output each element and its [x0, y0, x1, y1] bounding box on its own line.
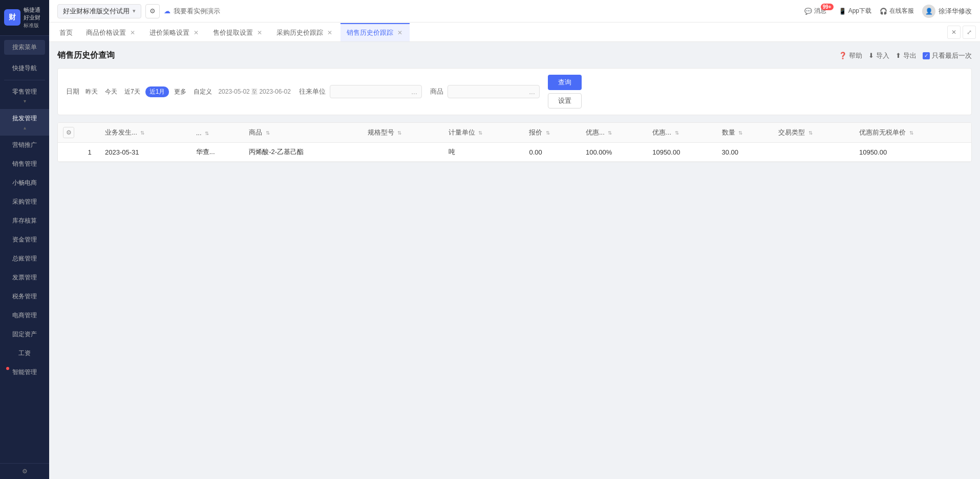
import-link[interactable]: ⬇ 导入 [868, 51, 889, 60]
tab-purchase-strategy[interactable]: 进价策略设置 ✕ [143, 23, 206, 41]
sidebar-item-retail[interactable]: 零售管理 ▾ [0, 82, 49, 109]
sidebar-item-label: 批发管理 [12, 114, 37, 123]
download-icon: 📱 [839, 8, 846, 15]
th-pretax-price[interactable]: 优惠前无税单价 ⇅ [854, 123, 971, 143]
th-product-label: 商品 [249, 128, 262, 136]
demo-button[interactable]: ☁ 我要看实例演示 [164, 7, 220, 16]
only-last-checkbox[interactable]: ✓ 只看最后一次 [923, 51, 972, 60]
export-icon: ⬆ [896, 52, 901, 59]
tab-purchase-history[interactable]: 采购历史价跟踪 ✕ [270, 23, 339, 41]
sidebar-item-inventory[interactable]: 库存核算 [0, 211, 49, 230]
sidebar-item-marketing[interactable]: 营销推广 [0, 136, 49, 155]
close-tab-button[interactable]: ✕ [947, 26, 961, 39]
version-tab-selector[interactable]: 好业财标准版交付试用 ▾ [57, 4, 141, 18]
sidebar-item-sales[interactable]: 销售管理 [0, 155, 49, 173]
maximize-tab-button[interactable]: ⤢ [963, 26, 976, 39]
source-unit-input[interactable]: ... [330, 85, 422, 98]
shortcut-custom[interactable]: 自定义 [191, 86, 214, 97]
help-link[interactable]: ❓ 帮助 [839, 51, 862, 60]
tab-label: 商品价格设置 [86, 28, 126, 37]
th-pretax-price-label: 优惠前无税单价 [859, 128, 906, 136]
sidebar-item-finance[interactable]: 资金管理 [0, 230, 49, 249]
sidebar-item-account[interactable]: 总账管理 [0, 249, 49, 268]
row-product-cell: 丙烯酸-2-乙基己酯 [244, 143, 362, 162]
app-download-button[interactable]: 📱 App下载 [839, 7, 871, 15]
row-num-cell: 1 [79, 143, 100, 162]
close-icon[interactable]: ✕ [396, 30, 403, 36]
sidebar-item-smart[interactable]: 智能管理 [0, 363, 49, 382]
sidebar-item-tax[interactable]: 税务管理 [0, 287, 49, 306]
th-product[interactable]: 商品 ⇅ [244, 123, 362, 143]
column-settings-icon[interactable]: ⚙ [63, 127, 74, 138]
sort-icon: ⇅ [266, 130, 270, 136]
sidebar-item-label: 快捷导航 [12, 64, 37, 73]
tab-sale-history[interactable]: 销售历史价跟踪 ✕ [340, 23, 410, 41]
sidebar-settings-button[interactable]: ⚙ [0, 463, 49, 479]
topbar-left: 好业财标准版交付试用 ▾ ⚙ ☁ 我要看实例演示 [57, 4, 798, 18]
tab-product-price[interactable]: 商品价格设置 ✕ [80, 23, 142, 41]
page-header: 销售历史价查询 ❓ 帮助 ⬇ 导入 ⬆ 导出 ✓ 只看最后一次 [57, 50, 972, 61]
page-content: 销售历史价查询 ❓ 帮助 ⬇ 导入 ⬆ 导出 ✓ 只看最后一次 [49, 42, 980, 479]
th-date[interactable]: 业务发生... ⇅ [100, 123, 191, 143]
tab-label: 售价提取设置 [213, 28, 253, 37]
sidebar-item-label: 小畅电商 [12, 179, 37, 187]
sidebar-item-label: 总账管理 [12, 254, 37, 263]
th-unit[interactable]: 计量单位 ⇅ [443, 123, 524, 143]
sidebar-item-quick-nav[interactable]: 快捷导航 [0, 59, 49, 78]
shortcut-today[interactable]: 今天 [103, 86, 119, 97]
table-row[interactable]: 1 2023-05-31 华查... 丙烯酸-2-乙基己酯 吨 0.00 100… [58, 143, 971, 162]
th-price-label: 报价 [529, 128, 542, 136]
th-spec[interactable]: 规格型号 ⇅ [363, 123, 443, 143]
shortcut-7days[interactable]: 近7天 [122, 86, 142, 97]
th-discount2[interactable]: 优惠... ⇅ [647, 123, 716, 143]
settings-button[interactable]: 设置 [548, 93, 582, 108]
sidebar-item-label: 发票管理 [12, 273, 37, 282]
sidebar-item-label: 资金管理 [12, 235, 37, 244]
tab-sale-extract[interactable]: 售价提取设置 ✕ [207, 23, 269, 41]
sidebar-item-ecommerce-small[interactable]: 小畅电商 [0, 173, 49, 192]
sidebar-item-wholesale[interactable]: 批发管理 ▴ [0, 109, 49, 136]
source-unit-filter-group: 往来单位 ... [299, 85, 422, 98]
unit-value: 吨 [449, 148, 455, 156]
query-button[interactable]: 查询 [548, 75, 582, 90]
online-service-button[interactable]: 🎧 在线客服 [880, 7, 914, 15]
sidebar-item-label: 库存核算 [12, 216, 37, 225]
sidebar-item-label: 税务管理 [12, 292, 37, 301]
search-menu-button[interactable]: 搜索菜单 [4, 40, 45, 55]
th-qty[interactable]: 数量 ⇅ [717, 123, 774, 143]
shortcut-1month[interactable]: 近1月 [145, 86, 169, 97]
sidebar-item-payroll[interactable]: 工资 [0, 344, 49, 363]
sidebar-item-fixed-assets[interactable]: 固定资产 [0, 325, 49, 344]
th-discount1[interactable]: 优惠... ⇅ [581, 123, 647, 143]
sidebar-item-label: 销售管理 [12, 160, 37, 168]
shortcut-yesterday[interactable]: 昨天 [83, 86, 100, 97]
import-label: 导入 [876, 51, 889, 60]
close-icon[interactable]: ✕ [129, 30, 136, 36]
shortcut-more[interactable]: 更多 [172, 86, 188, 97]
close-icon[interactable]: ✕ [326, 30, 333, 36]
messages-button[interactable]: 💬 消息 99+ [804, 7, 830, 15]
sidebar-search-section: 搜索菜单 [0, 36, 49, 59]
th-settings[interactable]: ⚙ [58, 123, 79, 143]
sidebar-item-ecommerce[interactable]: 电商管理 [0, 306, 49, 325]
table-header: ⚙ 业务发生... ⇅ ... ⇅ 商品 ⇅ [58, 123, 971, 143]
sidebar-item-purchase[interactable]: 采购管理 [0, 192, 49, 211]
table-body: 1 2023-05-31 华查... 丙烯酸-2-乙基己酯 吨 0.00 100… [58, 143, 971, 162]
sidebar-item-label: 采购管理 [12, 198, 37, 206]
expand-icon: ▴ [24, 125, 26, 130]
product-input[interactable]: ... [448, 85, 540, 98]
sidebar-item-invoice[interactable]: 发票管理 [0, 268, 49, 287]
user-menu[interactable]: 👤 徐泽华修改 [922, 5, 972, 18]
th-extra[interactable]: ... ⇅ [191, 123, 244, 143]
version-settings-button[interactable]: ⚙ [145, 4, 160, 18]
th-tx-type[interactable]: 交易类型 ⇅ [773, 123, 854, 143]
source-unit-picker-icon[interactable]: ... [411, 88, 417, 96]
th-unit-label: 计量单位 [449, 128, 475, 136]
close-icon[interactable]: ✕ [256, 30, 263, 36]
export-link[interactable]: ⬆ 导出 [896, 51, 917, 60]
th-price[interactable]: 报价 ⇅ [524, 123, 581, 143]
row-date-cell: 2023-05-31 [100, 143, 191, 162]
close-icon[interactable]: ✕ [193, 30, 200, 36]
product-picker-icon[interactable]: ... [529, 88, 535, 96]
tab-home[interactable]: 首页 [53, 23, 79, 41]
